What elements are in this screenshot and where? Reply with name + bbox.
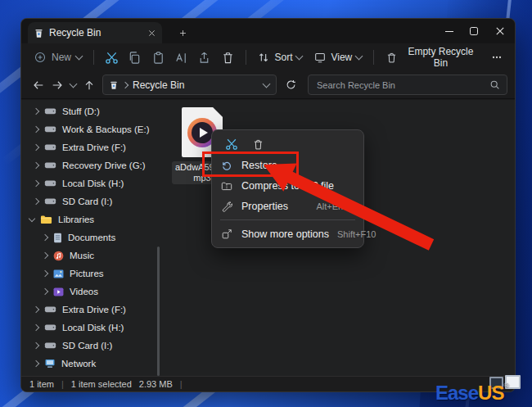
address-bar[interactable]: Recycle Bin — [102, 75, 277, 95]
new-button-label: New — [52, 52, 71, 63]
drive-icon — [44, 107, 56, 115]
sort-button[interactable]: Sort — [251, 47, 308, 67]
back-icon[interactable] — [29, 75, 47, 95]
music-icon — [53, 251, 64, 261]
sidebar-item-recovery-drive-g[interactable]: Recovery Drive (G:) — [21, 156, 163, 174]
sidebar-item-label: Stuff (D:) — [62, 106, 100, 116]
tab-strip: Recycle Bin — [21, 19, 515, 43]
see-more-icon[interactable] — [485, 47, 508, 68]
forward-icon[interactable] — [47, 75, 66, 95]
menu-item-label: Show more options — [241, 228, 329, 240]
sidebar-item-network[interactable]: Network — [21, 355, 163, 373]
sidebar-item-extra-drive-f[interactable]: Extra Drive (F:) — [21, 138, 163, 156]
sidebar-item-sd-card-i[interactable]: SD Card (I:) — [21, 192, 163, 210]
sidebar-item-label: Recovery Drive (G:) — [62, 161, 146, 170]
zip-folder-icon — [220, 181, 233, 191]
new-tab-button[interactable] — [174, 25, 192, 41]
annotation-highlight-box — [202, 151, 299, 177]
menu-item-compress-to-zip[interactable]: Compress to ZIP file — [212, 175, 363, 196]
sidebar-item-label: Videos — [70, 287, 98, 296]
copy-button[interactable] — [123, 47, 146, 68]
recent-locations-chevron-icon[interactable] — [66, 75, 79, 95]
address-dropdown-chevron-icon[interactable] — [263, 79, 271, 88]
delete-icon[interactable] — [248, 135, 268, 153]
item-count: 1 item — [29, 379, 54, 389]
chevron-right-icon — [33, 162, 39, 169]
rename-button[interactable] — [169, 47, 192, 68]
drive-icon — [44, 179, 56, 188]
selection-count: 1 item selected — [71, 379, 132, 389]
drive-icon — [44, 341, 56, 350]
menu-item-show-more-options[interactable]: Show more options Shift+F10 — [212, 224, 363, 244]
drive-icon — [44, 161, 56, 170]
cut-icon[interactable] — [222, 135, 241, 153]
chevron-right-icon — [33, 324, 39, 331]
chevron-right-icon — [42, 252, 48, 259]
view-button[interactable]: View — [308, 47, 367, 67]
drive-icon — [44, 197, 56, 206]
sidebar-item-sd-card-i-2[interactable]: SD Card (I:) — [21, 337, 163, 355]
maximize-button[interactable] — [462, 20, 485, 43]
sidebar-item-documents[interactable]: Documents — [21, 228, 163, 246]
drive-icon — [44, 125, 56, 133]
status-divider: | — [180, 379, 183, 389]
new-button[interactable]: New — [28, 47, 88, 67]
tab-close-icon[interactable] — [148, 29, 156, 37]
navigation-pane: Stuff (D:) Work & Backups (E:) Extra Dri… — [21, 100, 163, 376]
screenshot-root: Recycle Bin — [0, 0, 532, 407]
chevron-down-icon — [295, 52, 304, 61]
tab-label: Recycle Bin — [49, 27, 142, 38]
sidebar-item-label: Work & Backups (E:) — [62, 124, 150, 134]
sidebar-scrollbar[interactable] — [157, 246, 160, 376]
sidebar-item-music[interactable]: Music — [21, 246, 163, 265]
toolbar-divider — [246, 50, 246, 65]
address-row: Recycle Bin — [21, 71, 515, 99]
close-button[interactable] — [489, 20, 512, 43]
refresh-icon[interactable] — [280, 75, 301, 95]
chevron-right-icon — [33, 198, 39, 205]
sidebar-item-local-disk-h[interactable]: Local Disk (H:) — [21, 174, 163, 192]
chevron-right-icon — [33, 306, 39, 313]
search-box[interactable] — [308, 75, 507, 95]
sidebar-item-label: Local Disk (H:) — [62, 179, 124, 188]
sidebar-item-libraries[interactable]: Libraries — [21, 210, 163, 228]
breadcrumb-location: Recycle Bin — [133, 79, 184, 91]
sidebar-item-work-backups-e[interactable]: Work & Backups (E:) — [21, 120, 163, 138]
sidebar-item-extra-drive-f-2[interactable]: Extra Drive (F:) — [21, 301, 163, 319]
view-icon — [313, 51, 327, 64]
page-fold — [213, 107, 223, 117]
search-icon[interactable] — [489, 79, 500, 90]
sidebar-item-videos[interactable]: Videos — [21, 283, 163, 301]
cut-button[interactable] — [100, 47, 123, 68]
wrench-icon — [220, 201, 233, 212]
up-icon[interactable] — [79, 75, 98, 95]
empty-recycle-bin-button[interactable]: Empty Recycle Bin — [380, 43, 485, 72]
sidebar-item-label: Network — [61, 359, 96, 369]
sidebar-item-pictures[interactable]: Pictures — [21, 265, 163, 283]
sidebar-item-label: Local Disk (H:) — [62, 323, 124, 332]
delete-button[interactable] — [216, 47, 239, 68]
show-more-options-icon — [220, 228, 233, 240]
chevron-right-icon — [33, 360, 39, 367]
menu-item-label: Compress to ZIP file — [241, 180, 354, 192]
chevron-right-icon — [42, 288, 48, 295]
sidebar-item-stuff-d[interactable]: Stuff (D:) — [21, 102, 163, 120]
sidebar-item-label: SD Card (I:) — [62, 197, 112, 206]
menu-item-shortcut: Shift+F10 — [337, 229, 376, 239]
registered-mark: ® — [503, 382, 508, 389]
paste-button[interactable] — [147, 47, 169, 68]
search-input[interactable] — [315, 79, 489, 91]
tab-recycle-bin[interactable]: Recycle Bin — [28, 22, 162, 43]
context-menu: Restore Compress to ZIP file Properties … — [211, 129, 364, 248]
share-button[interactable] — [193, 47, 216, 68]
menu-item-properties[interactable]: Properties Alt+Enter — [212, 196, 363, 216]
chevron-down-icon — [75, 52, 83, 61]
empty-recycle-bin-label: Empty Recycle Bin — [402, 46, 479, 69]
chevron-right-icon — [33, 180, 39, 187]
toolbar-divider — [373, 50, 374, 65]
view-label: View — [331, 52, 352, 63]
breadcrumb-chevron-icon — [122, 81, 128, 88]
minimize-button[interactable] — [438, 20, 461, 43]
sidebar-item-local-disk-h-2[interactable]: Local Disk (H:) — [21, 319, 163, 337]
drive-icon — [44, 323, 56, 332]
